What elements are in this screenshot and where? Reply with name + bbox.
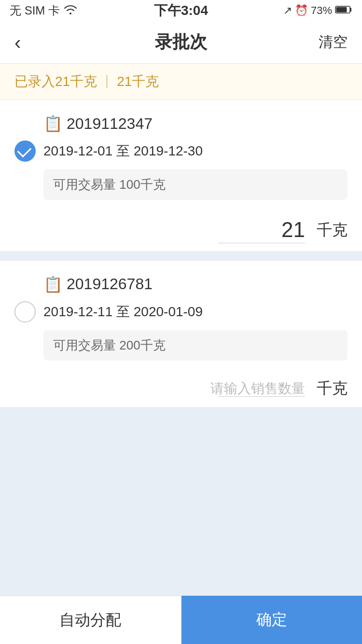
auto-distribute-button[interactable]: 自动分配 [0, 596, 181, 644]
confirm-button[interactable]: 确定 [181, 596, 362, 644]
batch-date-row-1[interactable]: 2019-12-01 至 2019-12-30 [14, 140, 348, 162]
back-button[interactable]: ‹ [14, 33, 21, 52]
quantity-value-1: 21 [281, 217, 305, 243]
batch-date-1: 2019-12-01 至 2019-12-30 [43, 142, 203, 160]
section-divider [0, 251, 362, 261]
recorded-label: 已录入21千克 [14, 72, 97, 91]
svg-rect-2 [336, 7, 347, 13]
content-area: 已录入21千克 21千克 📋 2019112347 2019-12-01 至 2… [0, 64, 362, 644]
info-banner: 已录入21千克 21千克 [0, 64, 362, 100]
batch-radio-2[interactable] [14, 301, 36, 322]
quantity-unit-1: 千克 [317, 220, 348, 241]
qty-input-area-1[interactable]: 21 [218, 217, 305, 243]
qty-underline-2 [218, 396, 305, 397]
bottom-buttons: 自动分配 确定 [0, 596, 362, 644]
svg-rect-1 [350, 8, 351, 12]
nav-bar: ‹ 录批次 清空 [0, 21, 362, 64]
batch-date-2: 2019-12-11 至 2020-01-09 [43, 303, 203, 321]
banner-divider [107, 75, 107, 88]
qty-input-area-2[interactable]: 请输入销售数量 [210, 380, 305, 397]
batch-doc-icon-2: 📋 [43, 275, 63, 294]
batch-id-row-1: 📋 2019112347 [14, 114, 348, 133]
clear-button[interactable]: 清空 [319, 32, 348, 52]
batch-id-1: 2019112347 [67, 115, 153, 133]
status-bar-left: 无 SIM 卡 [10, 3, 77, 18]
batch-available-2: 可用交易量 200千克 [43, 330, 348, 361]
quantity-section-2: 请输入销售数量 千克 [0, 370, 362, 407]
qty-underline-1 [218, 243, 305, 243]
batch-card-2: 📋 2019126781 2019-12-11 至 2020-01-09 可用交… [0, 261, 362, 407]
quantity-unit-2: 千克 [317, 378, 348, 399]
batch-card-1-inner: 📋 2019112347 2019-12-01 至 2019-12-30 可用交… [0, 100, 362, 210]
wifi-icon [64, 4, 77, 17]
batch-date-row-2[interactable]: 2019-12-11 至 2020-01-09 [14, 301, 348, 322]
page-title: 录批次 [155, 30, 207, 54]
status-bar-time: 下午3:04 [154, 1, 208, 20]
recorded-value: 21千克 [117, 72, 159, 91]
carrier-text: 无 SIM 卡 [10, 3, 60, 18]
battery-text: 73% [311, 4, 332, 17]
batch-id-2: 2019126781 [67, 275, 153, 293]
battery-icon [335, 4, 352, 17]
batch-card-2-inner: 📋 2019126781 2019-12-11 至 2020-01-09 可用交… [0, 261, 362, 370]
status-bar: 无 SIM 卡 下午3:04 ↗ ⏰ 73% [0, 0, 362, 21]
batch-available-1: 可用交易量 100千克 [43, 169, 348, 200]
alarm-icon: ⏰ [295, 4, 308, 17]
batch-card-1: 📋 2019112347 2019-12-01 至 2019-12-30 可用交… [0, 100, 362, 251]
batch-radio-1[interactable] [14, 140, 36, 162]
batch-id-row-2: 📋 2019126781 [14, 275, 348, 294]
quantity-section-1: 21 千克 [0, 210, 362, 251]
batch-doc-icon-1: 📋 [43, 114, 63, 133]
location-icon: ↗ [283, 4, 292, 17]
status-bar-right: ↗ ⏰ 73% [283, 4, 352, 17]
quantity-placeholder-2: 请输入销售数量 [210, 380, 305, 397]
